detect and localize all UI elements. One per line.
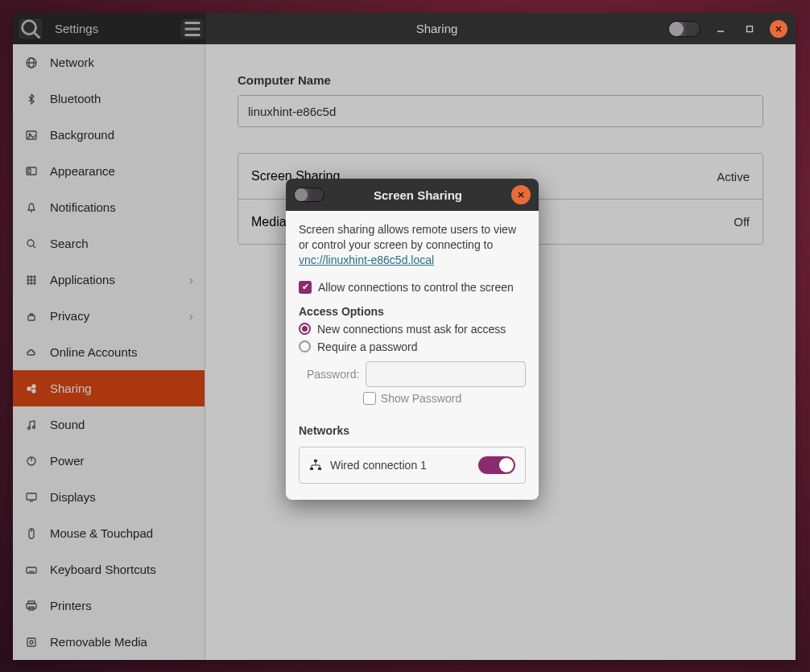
svg-rect-53 <box>314 460 317 462</box>
sidebar-item-notifications[interactable]: Notifications <box>13 189 205 225</box>
sidebar-item-online-accounts[interactable]: Online Accounts <box>13 334 205 370</box>
sidebar-item-label: Applications <box>50 273 115 287</box>
row-state: Active <box>717 170 750 183</box>
sharing-master-toggle[interactable] <box>668 21 700 37</box>
sidebar-item-label: Power <box>50 454 85 468</box>
computer-name-label: Computer Name <box>238 73 763 87</box>
sidebar-item-sound[interactable]: Sound <box>13 406 205 443</box>
networks-heading: Networks <box>299 424 526 437</box>
window-maximize-button[interactable] <box>741 20 758 38</box>
svg-point-0 <box>23 20 36 34</box>
sidebar-item-search[interactable]: Search <box>13 225 205 262</box>
sidebar-item-printers[interactable]: Printers <box>13 587 205 624</box>
image-icon <box>24 128 39 142</box>
radio-ask-row[interactable]: New connections must ask for access <box>299 323 526 336</box>
sidebar-item-label: Printers <box>50 599 92 612</box>
dialog-titlebar: Screen Sharing <box>286 179 539 211</box>
svg-rect-38 <box>27 493 36 500</box>
sidebar-item-label: Sharing <box>50 381 92 395</box>
allow-control-checkbox[interactable]: ✔ <box>299 281 312 294</box>
vnc-link[interactable]: vnc://linuxhint-e86c5d.local <box>299 254 434 266</box>
svg-point-22 <box>27 279 29 281</box>
radio-password[interactable] <box>299 340 311 352</box>
network-toggle[interactable] <box>478 456 515 474</box>
svg-point-19 <box>27 276 29 278</box>
sidebar-item-mouse-touchpad[interactable]: Mouse & Touchpad <box>13 515 205 551</box>
lock-icon <box>24 309 39 324</box>
settings-sidebar: NetworkBluetoothBackgroundAppearanceNoti… <box>13 44 205 660</box>
sidebar-item-label: Search <box>50 237 89 250</box>
svg-rect-42 <box>27 567 36 573</box>
network-name: Wired connection 1 <box>330 459 470 472</box>
keyboard-icon <box>24 563 39 577</box>
music-icon <box>24 418 39 432</box>
allow-control-label: Allow connections to control the screen <box>318 281 514 294</box>
sidebar-item-background[interactable]: Background <box>13 117 205 153</box>
sidebar-item-power[interactable]: Power <box>13 443 205 479</box>
show-password-checkbox[interactable] <box>363 392 376 405</box>
sidebar-item-keyboard-shortcuts[interactable]: Keyboard Shortcuts <box>13 551 205 587</box>
globe-icon <box>24 56 39 70</box>
allow-control-row[interactable]: ✔ Allow connections to control the scree… <box>299 281 526 294</box>
close-icon <box>517 191 525 199</box>
window-minimize-button[interactable] <box>712 20 729 38</box>
sidebar-item-appearance[interactable]: Appearance <box>13 153 205 189</box>
svg-point-27 <box>34 282 35 284</box>
maximize-icon <box>746 25 754 33</box>
header-search-button[interactable] <box>18 18 43 40</box>
hamburger-menu-button[interactable] <box>180 18 205 40</box>
app-title: Settings <box>48 22 175 35</box>
password-input[interactable] <box>366 361 526 387</box>
printer-icon <box>24 599 39 613</box>
window-close-button[interactable] <box>770 20 787 38</box>
radio-ask-label: New connections must ask for access <box>317 323 506 336</box>
screen-sharing-toggle[interactable] <box>294 188 324 202</box>
chevron-right-icon: › <box>189 273 193 287</box>
sidebar-item-label: Appearance <box>50 164 115 178</box>
grid-icon <box>24 273 39 287</box>
sidebar-item-label: Online Accounts <box>50 345 137 359</box>
svg-point-21 <box>34 276 35 278</box>
dialog-description: Screen sharing allows remote users to vi… <box>299 222 526 268</box>
sidebar-item-label: Sound <box>50 418 85 431</box>
network-row[interactable]: Wired connection 1 <box>300 447 525 483</box>
svg-point-24 <box>34 279 35 281</box>
svg-rect-54 <box>310 468 313 470</box>
bluetooth-icon <box>24 92 39 106</box>
radio-password-row[interactable]: Require a password <box>299 340 526 353</box>
sidebar-item-bluetooth[interactable]: Bluetooth <box>13 80 205 117</box>
page-title: Sharing <box>205 22 668 35</box>
sidebar-item-displays[interactable]: Displays <box>13 479 205 515</box>
hamburger-icon <box>180 17 205 41</box>
sidebar-item-label: Bluetooth <box>50 92 101 105</box>
svg-point-34 <box>28 427 31 429</box>
power-icon <box>24 454 39 468</box>
svg-point-17 <box>27 240 34 246</box>
sidebar-item-applications[interactable]: Applications› <box>13 262 205 298</box>
svg-point-26 <box>31 282 32 284</box>
bell-icon <box>24 200 39 215</box>
svg-rect-55 <box>318 468 321 470</box>
show-password-row[interactable]: Show Password <box>299 392 526 405</box>
radio-password-label: Require a password <box>317 340 418 353</box>
titlebar: Settings Sharing <box>13 13 796 44</box>
svg-rect-15 <box>28 169 31 173</box>
share-icon <box>24 381 39 396</box>
minimize-icon <box>717 25 725 33</box>
sidebar-item-network[interactable]: Network <box>13 44 205 80</box>
svg-point-30 <box>32 385 35 388</box>
sidebar-item-sharing[interactable]: Sharing <box>13 370 205 406</box>
sidebar-item-privacy[interactable]: Privacy› <box>13 298 205 334</box>
radio-ask[interactable] <box>299 323 311 335</box>
sidebar-item-label: Removable Media <box>50 635 147 649</box>
appearance-icon <box>24 164 39 179</box>
sidebar-item-removable-media[interactable]: Removable Media <box>13 624 205 660</box>
svg-point-35 <box>33 426 35 428</box>
dialog-close-button[interactable] <box>511 185 531 204</box>
svg-point-31 <box>32 390 35 393</box>
svg-line-18 <box>33 245 35 248</box>
media-icon <box>24 635 39 649</box>
svg-point-20 <box>31 276 32 278</box>
computer-name-input[interactable] <box>238 95 763 127</box>
svg-line-1 <box>35 32 40 38</box>
